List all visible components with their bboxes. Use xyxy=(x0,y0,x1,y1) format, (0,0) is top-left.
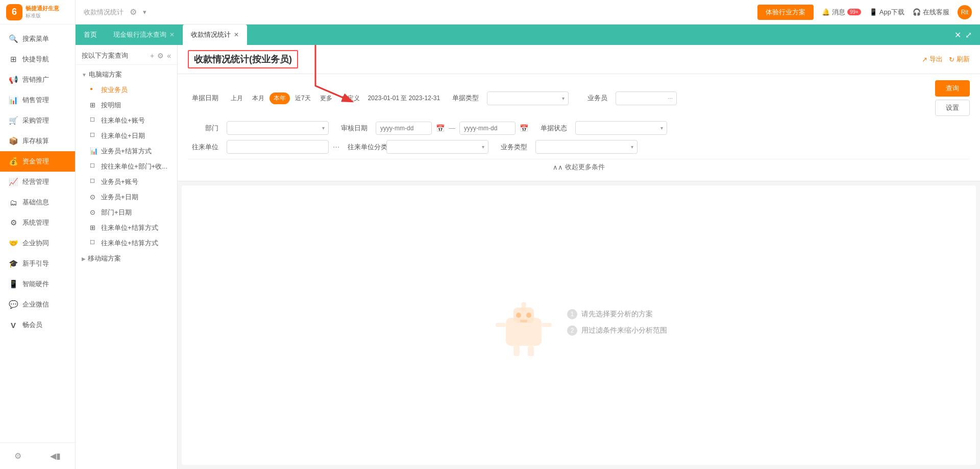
scheme-item-dept-date[interactable]: ⊙ 部门+日期 xyxy=(76,205,177,220)
scheme-item-staff-account[interactable]: ☐ 业务员+账号 xyxy=(76,174,177,190)
download-icon: 📱 xyxy=(869,8,877,16)
tab-collect[interactable]: 收款情况统计 ✕ xyxy=(183,25,247,45)
tab-home[interactable]: 首页 xyxy=(76,25,105,45)
notification-item[interactable]: 🔔 消息 99+ xyxy=(822,8,861,17)
partner-control: ··· xyxy=(227,140,339,154)
staff-label: 业务员 xyxy=(577,93,607,103)
tree-group-desktop[interactable]: ▼ 电脑端方案 xyxy=(76,67,177,82)
collapse-label: 收起更多条件 xyxy=(565,162,605,172)
refresh-btn[interactable]: ↻ 刷新 xyxy=(949,55,970,64)
sidebar-item-hardware[interactable]: 📱 智能硬件 xyxy=(0,274,75,294)
scheme-item-partner-date[interactable]: ☐ 往来单位+日期 xyxy=(76,128,177,144)
date-tab-more[interactable]: 更多 xyxy=(316,92,336,104)
tab-expand-icon[interactable]: ⤢ xyxy=(965,30,972,40)
tip-text-1: 请先选择要分析的方案 xyxy=(581,310,653,319)
export-btn[interactable]: ↗ 导出 xyxy=(922,55,943,64)
scheme-item-by-detail[interactable]: ⊞ 按明细 xyxy=(76,98,177,113)
sidebar-item-operation[interactable]: 📈 经营管理 xyxy=(0,172,75,192)
sidebar-item-basic[interactable]: 🗂 基础信息 xyxy=(0,192,75,213)
doc-status-select[interactable] xyxy=(575,121,667,135)
inventory-icon: 📦 xyxy=(8,136,18,146)
scheme-item-partner-dept[interactable]: ☐ 按往来单位+部门+收... xyxy=(76,159,177,174)
tab-bank-close[interactable]: ✕ xyxy=(169,31,175,38)
hardware-icon: 📱 xyxy=(8,279,18,289)
sidebar-item-purchase[interactable]: 🛒 采购管理 xyxy=(0,110,75,131)
partner-category-select[interactable] xyxy=(386,140,488,154)
right-content: 收款情况统计(按业务员) ↗ 导出 ↻ 刷新 xyxy=(178,45,980,469)
scheme-item-partner-account[interactable]: ☐ 往来单位+账号 xyxy=(76,113,177,128)
sidebar-item-system[interactable]: ⚙ 系统管理 xyxy=(0,213,75,233)
review-date-from-cal[interactable]: 📅 xyxy=(436,124,445,132)
scheme-item-by-staff[interactable]: ● 按业务员 xyxy=(76,82,177,98)
scheme-item-icon-sacc: ☐ xyxy=(90,178,98,186)
collapse-bar[interactable]: ∧∧ 收起更多条件 xyxy=(188,159,970,175)
scheme-item-icon-dd: ⊙ xyxy=(90,208,98,217)
wechat-icon: 💬 xyxy=(8,299,18,310)
scheme-item-staff-settle[interactable]: 📊 业务员+结算方式 xyxy=(76,144,177,159)
topbar-gear-icon[interactable]: ⚙ xyxy=(130,7,137,17)
tab-collect-close[interactable]: ✕ xyxy=(234,31,239,38)
empty-tips: 1 请先选择要分析的方案 2 用过滤条件来缩小分析范围 xyxy=(567,309,667,342)
scheme-header: 按以下方案查询 + ⚙ « xyxy=(76,45,177,65)
sidebar-item-quicknav[interactable]: ⊞ 快捷导航 xyxy=(0,49,75,69)
date-tab-last7[interactable]: 近7天 xyxy=(291,92,315,104)
date-tab-thismonth[interactable]: 本月 xyxy=(248,92,268,104)
sidebar-item-finance[interactable]: 💰 资金管理 xyxy=(0,151,75,172)
guide-icon: 🎓 xyxy=(8,259,18,269)
sidebar-item-marketing[interactable]: 📢 营销推广 xyxy=(0,69,75,90)
staff-select-wrapper: ··· xyxy=(616,91,677,105)
topbar-dropdown-icon[interactable]: ▾ xyxy=(143,8,146,16)
scheme-item-icon-staff: ● xyxy=(90,86,98,94)
filter-area: 单据日期 上月 本月 本年 近7天 更多 自定义 2023- xyxy=(178,74,980,181)
date-tab-thisyear[interactable]: 本年 xyxy=(270,92,290,104)
sidebar-item-sales[interactable]: 📊 销售管理 xyxy=(0,90,75,110)
review-date-to[interactable] xyxy=(459,122,516,135)
robot-illustration xyxy=(491,292,557,359)
filter-row-dept: 部门 ▾ 审核日期 📅 — � xyxy=(188,121,970,135)
scheme-item-icon-ss: 📊 xyxy=(90,147,98,155)
sidebar-bottom: ⚙ ◀▮ xyxy=(0,442,75,469)
partner-input[interactable] xyxy=(227,140,329,154)
dept-select-wrapper: ▾ xyxy=(227,121,329,135)
review-date-from[interactable] xyxy=(376,122,432,135)
staff-select[interactable] xyxy=(616,91,677,105)
empty-tip-1: 1 请先选择要分析的方案 xyxy=(567,309,667,319)
sidebar-item-search[interactable]: 🔍 搜索菜单 xyxy=(0,29,75,49)
scheme-item-staff-date[interactable]: ⊙ 业务员+日期 xyxy=(76,190,177,205)
dept-select[interactable] xyxy=(227,121,329,135)
svg-point-11 xyxy=(521,302,526,307)
scheme-add-icon[interactable]: + xyxy=(150,52,154,60)
query-btns-area: 查询 设置 xyxy=(927,80,970,116)
tab-bank[interactable]: 现金银行流水查询 ✕ xyxy=(105,25,183,45)
tree-group-mobile[interactable]: ▶ 移动端方案 xyxy=(76,251,177,266)
user-avatar[interactable]: Rit xyxy=(958,5,972,19)
trial-btn[interactable]: 体验行业方案 xyxy=(757,5,814,20)
online-service-item[interactable]: 🎧 在线客服 xyxy=(913,8,949,17)
date-tab-lastmonth[interactable]: 上月 xyxy=(227,92,247,104)
partner-more-icon[interactable]: ··· xyxy=(333,143,339,152)
scheme-setting-icon[interactable]: ⚙ xyxy=(157,52,164,60)
setting-btn[interactable]: 设置 xyxy=(935,100,970,116)
sidebar-item-inventory[interactable]: 📦 库存核算 xyxy=(0,131,75,151)
logo-icon: 6 xyxy=(6,4,22,20)
app-download-item[interactable]: 📱 App下载 xyxy=(869,8,904,17)
page-title-box: 收款情况统计(按业务员) xyxy=(188,50,298,68)
tab-close-all-icon[interactable]: ✕ xyxy=(954,30,961,40)
logo-text: 畅捷通好生意 标准版 xyxy=(26,5,59,19)
bottom-settings-icon[interactable]: ⚙ xyxy=(10,449,26,463)
date-tab-custom[interactable]: 自定义 xyxy=(337,92,364,104)
tree-arrow-mobile: ▶ xyxy=(82,256,86,262)
main-area: 收款情况统计 ⚙ ▾ 体验行业方案 🔔 消息 99+ 📱 App下载 🎧 在线客… xyxy=(76,0,980,469)
sidebar-item-wechat[interactable]: 💬 企业微信 xyxy=(0,294,75,315)
query-btn[interactable]: 查询 xyxy=(935,80,970,97)
scheme-item-partner-settle1[interactable]: ⊞ 往来单位+结算方式 xyxy=(76,220,177,236)
sidebar-item-member[interactable]: V 畅会员 xyxy=(0,315,75,335)
sidebar-item-guide[interactable]: 🎓 新手引导 xyxy=(0,253,75,274)
review-date-to-cal[interactable]: 📅 xyxy=(520,124,528,132)
biz-type-select[interactable] xyxy=(535,140,638,154)
sidebar-item-corp[interactable]: 🤝 企业协同 xyxy=(0,233,75,253)
doc-type-select[interactable] xyxy=(487,91,569,105)
bottom-collapse-icon[interactable]: ◀▮ xyxy=(46,449,65,463)
scheme-collapse-icon[interactable]: « xyxy=(167,52,171,60)
scheme-item-partner-settle2[interactable]: ☐ 往来单位+结算方式 xyxy=(76,236,177,251)
